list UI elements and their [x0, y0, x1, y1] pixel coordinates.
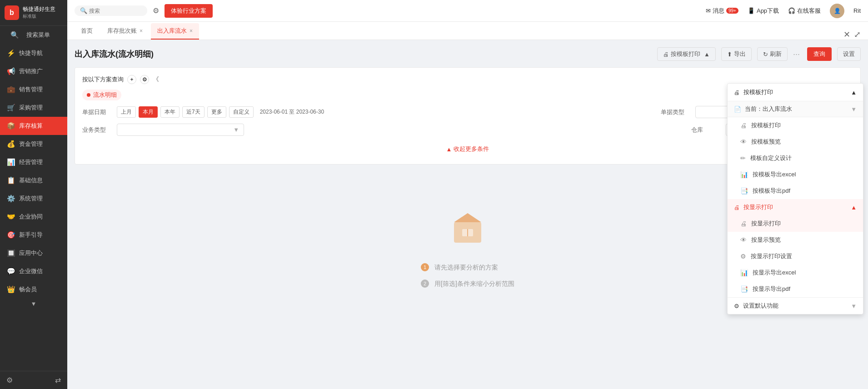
dropdown-display-preview[interactable]: 👁 按显示预览 — [728, 232, 863, 248]
date-last-month[interactable]: 上月 — [117, 106, 136, 118]
search-icon: 🔍 — [10, 30, 19, 40]
gear-icon[interactable]: ⚙ — [153, 6, 159, 15]
sidebar-item-system[interactable]: ⚙️ 系统管理 — [0, 190, 67, 208]
search-box[interactable]: 🔍 — [75, 5, 147, 16]
display-preview-icon: 👁 — [740, 236, 747, 244]
dropdown-template-excel[interactable]: 📊 按模板导出excel — [728, 166, 863, 183]
dropdown-template-pdf[interactable]: 📑 按模板导出pdf — [728, 183, 863, 199]
settings-icon[interactable]: ⚙ — [6, 376, 13, 384]
sidebar-item-marketing[interactable]: 📢 营销推广 — [0, 62, 67, 80]
tab-flow-label: 出入库流水 — [157, 27, 187, 35]
sidebar-item-purchase[interactable]: 🛒 采购管理 — [0, 99, 67, 117]
collapse-icon[interactable]: ⇄ — [55, 376, 61, 384]
filter-title-area: 按以下方案查询 + ⚙ 《 — [82, 75, 159, 84]
print-icon-header: 🖨 — [734, 89, 740, 96]
print-button[interactable]: 🖨 按模板打印 ▲ — [657, 47, 716, 61]
export-button[interactable]: ⬆ 导出 — [721, 47, 752, 61]
dropdown-display-pdf[interactable]: 📑 按显示导出pdf — [728, 281, 863, 297]
sidebar-item-guide[interactable]: 🎯 新手引导 — [0, 226, 67, 244]
date-more[interactable]: 更多 — [207, 106, 226, 118]
search-icon: 🔍 — [80, 7, 87, 14]
filter-collapse-button[interactable]: 《 — [153, 75, 159, 84]
main-area: 🔍 ⚙ 体验行业方案 ✉ 消息 99+ 📱 App下载 🎧 在线客服 👤 — [67, 0, 868, 389]
sidebar-item-member[interactable]: 👑 畅会员 — [0, 280, 67, 299]
dropdown-set-default[interactable]: ⚙ 设置默认功能 ▼ — [728, 297, 863, 314]
tab-batch-label: 库存批次账 — [107, 27, 137, 35]
template-pdf-icon: 📑 — [740, 187, 748, 194]
page-actions: 🖨 按模板打印 ▲ ⬆ 导出 ↻ 刷新 ··· 查询 设置 — [657, 47, 861, 61]
sidebar-item-app-center[interactable]: 🔲 应用中心 — [0, 244, 67, 262]
flow-tag-label: 流水明细 — [93, 91, 117, 99]
refresh-button[interactable]: ↻ 刷新 — [757, 47, 788, 61]
filter-settings-button[interactable]: ⚙ — [140, 75, 149, 84]
sidebar-item-basic[interactable]: 📋 基础信息 — [0, 171, 67, 190]
sidebar-item-operation[interactable]: 📊 经营管理 — [0, 153, 67, 171]
avatar[interactable]: 👤 — [830, 4, 844, 18]
sidebar-item-cooperation[interactable]: 🤝 企业协同 — [0, 208, 67, 226]
message-badge: 99+ — [726, 8, 738, 14]
sidebar-item-finance[interactable]: 💰 资金管理 — [0, 135, 67, 153]
empty-illustration — [445, 206, 490, 252]
dropdown-display-settings[interactable]: ⚙ 按显示打印设置 — [728, 248, 863, 264]
date-current-month[interactable]: 本月 — [139, 106, 158, 118]
sidebar-item-sales[interactable]: 💼 销售管理 — [0, 80, 67, 99]
date-current-year[interactable]: 本年 — [160, 106, 180, 118]
date-options: 上月 本月 本年 近7天 更多 自定义 2023-06-01 至 2023-06… — [117, 106, 324, 118]
tab-home[interactable]: 首页 — [75, 23, 99, 40]
set-default-icon: ⚙ — [734, 303, 739, 309]
more-options-icon[interactable]: ··· — [793, 50, 800, 59]
date-custom[interactable]: 自定义 — [229, 106, 254, 118]
close-window-button[interactable]: ✕ — [843, 30, 850, 40]
dropdown-display-print[interactable]: 🖨 按显示打印 — [728, 215, 863, 232]
industry-button[interactable]: 体验行业方案 — [165, 4, 213, 18]
dropdown-header: 🖨 按模板打印 ▲ — [728, 84, 863, 101]
date-last-7[interactable]: 近7天 — [182, 106, 205, 118]
tab-flow-close[interactable]: × — [190, 28, 193, 34]
service-button[interactable]: 🎧 在线客服 — [788, 7, 821, 15]
collapse-button[interactable]: ▲ 收起更多条件 — [446, 145, 489, 153]
query-button[interactable]: 查询 — [807, 47, 832, 61]
dropdown-display-excel[interactable]: 📊 按显示导出excel — [728, 264, 863, 281]
inventory-icon: 📦 — [6, 121, 15, 130]
search-input[interactable] — [89, 8, 139, 14]
chevron-down-icon-2: ▼ — [233, 126, 239, 133]
dropdown-current[interactable]: 📄 当前：出入库流水 ▼ — [728, 101, 863, 117]
sidebar-item-search[interactable]: 🔍 搜索菜单 — [0, 26, 67, 44]
sidebar-item-quick-nav[interactable]: ⚡ 快捷导航 — [0, 44, 67, 62]
maximize-window-button[interactable]: ⤢ — [854, 30, 861, 40]
sales-icon: 💼 — [6, 85, 15, 94]
add-filter-button[interactable]: + — [127, 75, 136, 84]
page-title: 出入库流水(流水明细) — [75, 49, 154, 60]
dropdown-template-custom[interactable]: ✏ 模板自定义设计 — [728, 150, 863, 166]
sidebar-item-inventory[interactable]: 📦 库存核算 — [0, 117, 67, 135]
template-excel-icon: 📊 — [740, 171, 748, 178]
app-download-button[interactable]: 📱 App下载 — [748, 7, 779, 15]
display-print-icon: 🖨 — [740, 220, 747, 227]
print-dropdown: 🖨 按模板打印 ▲ 📄 当前：出入库流水 ▼ 🖨 按模板打印 👁 — [727, 83, 863, 314]
tag-dot — [87, 93, 90, 97]
tab-inventory-flow[interactable]: 出入库流水 × — [151, 23, 199, 40]
cooperation-icon: 🤝 — [6, 212, 15, 221]
tab-inventory-batch[interactable]: 库存批次账 × — [101, 23, 149, 40]
app-title: 畅捷通好生意 — [23, 6, 55, 13]
dropdown-template-preview[interactable]: 👁 按模板预览 — [728, 134, 863, 150]
sidebar-scroll-down[interactable]: ▼ — [0, 299, 67, 309]
dropdown-template-print[interactable]: 🖨 按模板打印 — [728, 117, 863, 134]
tab-batch-close[interactable]: × — [140, 28, 143, 34]
display-section-header[interactable]: 🖨 按显示打印 ▲ — [728, 199, 863, 215]
business-type-select[interactable]: ▼ — [117, 124, 244, 136]
template-print-icon: 🖨 — [740, 122, 747, 129]
logo-text-area: 畅捷通好生意 标准版 — [23, 6, 55, 20]
current-label: 当前：出入库流水 — [745, 105, 792, 113]
display-settings-icon: ⚙ — [740, 253, 746, 260]
sidebar-item-wechat[interactable]: 💬 企业微信 — [0, 262, 67, 280]
settings-button[interactable]: 设置 — [837, 47, 861, 61]
message-button[interactable]: ✉ 消息 99+ — [706, 7, 738, 15]
operation-icon: 📊 — [6, 158, 15, 167]
date-label: 单据日期 — [82, 108, 110, 116]
display-section-label: 按显示打印 — [743, 203, 773, 211]
empty-tip1: 请先选择要分析的方案 — [434, 261, 498, 274]
guide-icon: 🎯 — [6, 230, 15, 239]
refresh-icon: ↻ — [763, 51, 768, 58]
current-chevron: ▼ — [851, 106, 857, 113]
